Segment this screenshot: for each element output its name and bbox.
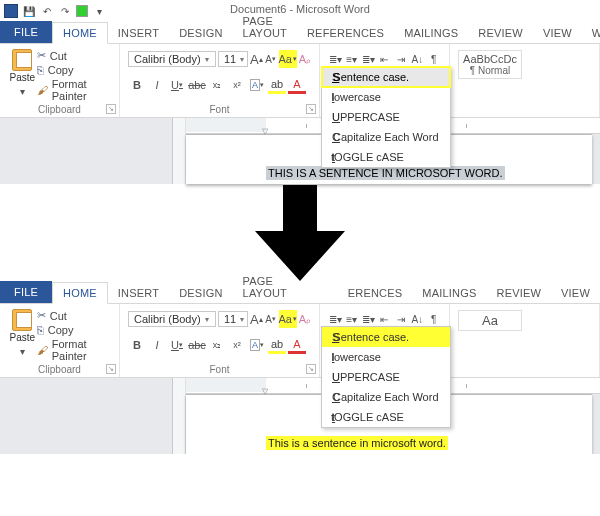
tab-page-layout[interactable]: PAGE LAYOUT	[233, 271, 318, 303]
clear-formatting-button[interactable]: Aᵨ	[299, 50, 311, 68]
menu-item-uppercase[interactable]: UUPPERCASE	[322, 367, 450, 387]
menu-item-sentence-case[interactable]: SSentence case.	[322, 67, 450, 87]
underline-button[interactable]: U▾	[168, 336, 186, 354]
scissors-icon: ✂	[37, 309, 46, 322]
group-font: Calibri (Body)▾ 11▾ A▴ A▾ Aa▾ Aᵨ B I U▾ …	[120, 304, 320, 377]
style-sample: Aa	[482, 313, 498, 328]
paste-menu-icon[interactable]: ▾	[15, 84, 29, 98]
tab-file[interactable]: FILE	[0, 281, 52, 303]
clipboard-dialog-launcher-icon[interactable]: ↘	[106, 104, 116, 114]
superscript-button[interactable]: x²	[228, 336, 246, 354]
tab-design[interactable]: DESIGN	[169, 283, 232, 303]
menu-item-lowercase[interactable]: llowercase	[322, 87, 450, 107]
italic-button[interactable]: I	[148, 76, 166, 94]
group-clipboard: Paste ▾ ✂Cut ⎘Copy 🖌Format Painter Clipb…	[0, 44, 120, 117]
tab-insert[interactable]: INSERT	[108, 23, 169, 43]
subscript-button[interactable]: x₂	[208, 76, 226, 94]
clipboard-dialog-launcher-icon[interactable]: ↘	[106, 364, 116, 374]
decrease-font-size-button[interactable]: A▾	[265, 310, 277, 328]
redo-icon[interactable]: ↷	[58, 4, 72, 18]
chevron-down-icon: ▾	[293, 315, 297, 323]
paste-menu-icon[interactable]: ▾	[15, 344, 29, 358]
decrease-font-size-button[interactable]: A▾	[265, 50, 277, 68]
text-highlight-color-button[interactable]: ab	[268, 76, 286, 94]
menu-item-sentence-case[interactable]: SSentence case.	[322, 327, 450, 347]
tab-view[interactable]: VIEW	[551, 283, 600, 303]
text-highlight-color-button[interactable]: ab	[268, 336, 286, 354]
qat-more-icon[interactable]: ▾	[92, 4, 106, 18]
increase-font-size-button[interactable]: A▴	[250, 310, 263, 328]
italic-button[interactable]: I	[148, 336, 166, 354]
menu-item-capitalize-each-word[interactable]: CCapitalize Each Word	[322, 127, 450, 147]
font-dialog-launcher-icon[interactable]: ↘	[306, 104, 316, 114]
cut-button[interactable]: ✂Cut	[37, 49, 111, 62]
menu-item-uppercase[interactable]: UUPPERCASE	[322, 107, 450, 127]
tab-worldox[interactable]: WORLDOX	[582, 23, 600, 43]
text-effects-button[interactable]: A▾	[248, 336, 266, 354]
document-area: ▽ 1 2 THIS IS A SENTENCE IN MICROSOFT WO…	[0, 118, 600, 184]
increase-font-size-button[interactable]: A▴	[250, 50, 263, 68]
chevron-down-icon: ▾	[179, 81, 183, 89]
group-styles: Aa	[450, 304, 600, 377]
subscript-button[interactable]: x₂	[208, 336, 226, 354]
paintbrush-icon: 🖌	[37, 344, 48, 356]
copy-button[interactable]: ⎘Copy	[37, 64, 111, 76]
tab-home[interactable]: HOME	[52, 282, 108, 304]
style-normal[interactable]: Aa	[458, 310, 522, 331]
clear-formatting-button[interactable]: Aᵨ	[299, 310, 311, 328]
tab-home[interactable]: HOME	[52, 22, 108, 44]
paste-label: Paste	[10, 72, 36, 83]
change-case-button[interactable]: Aa▾	[279, 50, 297, 68]
paste-button[interactable]: Paste ▾	[8, 307, 37, 359]
tab-file[interactable]: FILE	[0, 21, 52, 43]
font-size-combo[interactable]: 11▾	[218, 311, 248, 327]
group-label-clipboard: Clipboard	[0, 364, 119, 375]
style-normal[interactable]: AaBbCcDc ¶ Normal	[458, 50, 522, 79]
change-case-button[interactable]: Aa▾	[279, 310, 297, 328]
font-name-combo[interactable]: Calibri (Body)▾	[128, 51, 216, 67]
text-effects-button[interactable]: A▾	[248, 76, 266, 94]
highlight-color-swatch-icon[interactable]	[76, 5, 88, 17]
tab-mailings[interactable]: MAILINGS	[412, 283, 486, 303]
clipboard-icon	[12, 309, 32, 331]
format-painter-button[interactable]: 🖌Format Painter	[37, 338, 111, 362]
menu-item-lowercase[interactable]: llowercase	[322, 347, 450, 367]
copy-button[interactable]: ⎘Copy	[37, 324, 111, 336]
cut-button[interactable]: ✂Cut	[37, 309, 111, 322]
font-size-combo[interactable]: 11▾	[218, 51, 248, 67]
bold-button[interactable]: B	[128, 76, 146, 94]
font-name-combo[interactable]: Calibri (Body)▾	[128, 311, 216, 327]
strikethrough-button[interactable]: abc	[188, 336, 206, 354]
underline-button[interactable]: U▾	[168, 76, 186, 94]
document-text-result[interactable]: This is a sentence in microsoft word.	[266, 436, 448, 450]
tab-view[interactable]: VIEW	[533, 23, 582, 43]
document-text-selected[interactable]: THIS IS A SENTENCE IN MICROSOFT WORD.	[266, 166, 505, 180]
save-icon[interactable]: 💾	[22, 4, 36, 18]
tab-references[interactable]: REFERENCES	[297, 23, 394, 43]
tab-page-layout[interactable]: PAGE LAYOUT	[233, 11, 297, 43]
menu-item-toggle-case[interactable]: ttOGGLE cASE	[322, 407, 450, 427]
paintbrush-icon: 🖌	[37, 84, 48, 96]
word-window-after: FILE HOME INSERT DESIGN PAGE LAYOUT EREN…	[0, 282, 600, 454]
bold-button[interactable]: B	[128, 336, 146, 354]
tab-mailings[interactable]: MAILINGS	[394, 23, 468, 43]
tab-references-partial[interactable]: ERENCES	[318, 283, 413, 303]
paste-button[interactable]: Paste ▾	[8, 47, 37, 99]
tab-design[interactable]: DESIGN	[169, 23, 232, 43]
ribbon: Paste ▾ ✂Cut ⎘Copy 🖌Format Painter Clipb…	[0, 44, 600, 118]
chevron-down-icon: ▾	[240, 315, 244, 324]
format-painter-button[interactable]: 🖌Format Painter	[37, 78, 111, 102]
font-color-button[interactable]: A	[288, 336, 306, 354]
undo-icon[interactable]: ↶	[40, 4, 54, 18]
style-name: ¶ Normal	[470, 65, 510, 76]
font-dialog-launcher-icon[interactable]: ↘	[306, 364, 316, 374]
strikethrough-button[interactable]: abc	[188, 76, 206, 94]
group-label-font: Font	[120, 104, 319, 115]
tab-review[interactable]: REVIEW	[468, 23, 533, 43]
tab-review[interactable]: REVIEW	[486, 283, 551, 303]
menu-item-toggle-case[interactable]: ttOGGLE cASE	[322, 147, 450, 167]
tab-insert[interactable]: INSERT	[108, 283, 169, 303]
menu-item-capitalize-each-word[interactable]: CCapitalize Each Word	[322, 387, 450, 407]
font-color-button[interactable]: A	[288, 76, 306, 94]
superscript-button[interactable]: x²	[228, 76, 246, 94]
